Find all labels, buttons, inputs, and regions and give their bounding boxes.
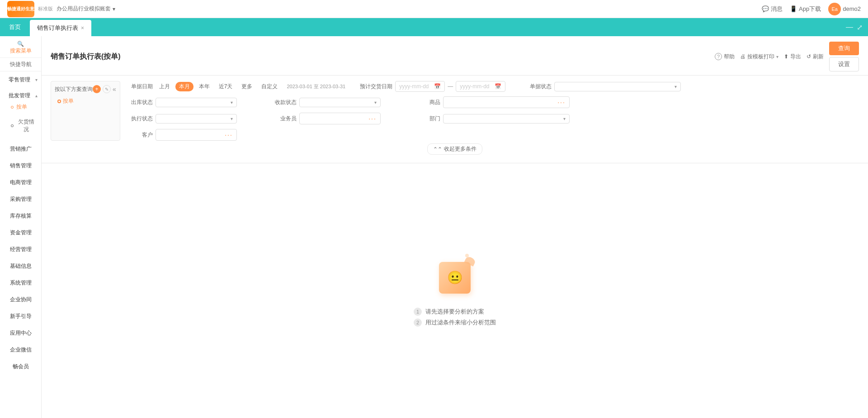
query-button[interactable]: 查询 bbox=[829, 42, 859, 55]
expected-date-label: 预计交货日期 bbox=[360, 83, 392, 90]
expected-date-end-placeholder: yyyy-mm-dd bbox=[460, 83, 489, 90]
sidebar-item-ecommerce-label: 电商管理 bbox=[4, 179, 38, 186]
export-label: 导出 bbox=[790, 53, 801, 61]
template-print-icon: 🖨 bbox=[740, 53, 745, 60]
dept-label: 部门 bbox=[413, 115, 440, 123]
hint-num-1: 1 bbox=[414, 308, 422, 316]
empty-illustration: 😐 bbox=[432, 255, 477, 300]
calendar-start-icon: 📅 bbox=[434, 83, 441, 90]
solution-item-order[interactable]: 按单 bbox=[55, 96, 116, 106]
message-button[interactable]: 💬 消息 bbox=[762, 5, 783, 13]
sidebar-item-ecommerce[interactable]: 电商管理 bbox=[0, 174, 41, 191]
exec-label: 执行状态 bbox=[126, 115, 153, 123]
sidebar-item-inventory[interactable]: 库存核算 bbox=[0, 208, 41, 224]
shipment-label: 出库状态 bbox=[126, 99, 153, 106]
salesman-select[interactable]: ··· bbox=[299, 113, 381, 124]
payment-select[interactable]: ▾ bbox=[299, 98, 381, 107]
solution-item-order-label: 按单 bbox=[63, 97, 74, 105]
add-solution-button[interactable]: + bbox=[93, 85, 101, 93]
sidebar-item-appstore[interactable]: 应用中心 bbox=[0, 325, 41, 342]
help-icon: ? bbox=[715, 53, 722, 60]
dept-field: 部门 ▾ bbox=[413, 114, 570, 124]
dept-select[interactable]: ▾ bbox=[443, 114, 570, 124]
tab-home-label: 首页 bbox=[9, 23, 21, 31]
app-download-button[interactable]: 📱 App下载 bbox=[790, 5, 821, 13]
sidebar-item-marketing[interactable]: 营销推广 bbox=[0, 141, 41, 157]
customer-select[interactable]: ··· bbox=[156, 129, 237, 141]
empty-state: 😐 1 请先选择要分析的方案 2 用过滤条件来缩小分析范围 bbox=[42, 163, 868, 418]
maximize-icon[interactable]: ⤢ bbox=[857, 23, 863, 32]
goods-select[interactable]: ··· bbox=[443, 96, 570, 108]
tab-sales-execute[interactable]: 销售订单执行表 × bbox=[30, 20, 91, 36]
solution-header: 按以下方案查询 + ✎ « bbox=[55, 85, 116, 93]
edit-solution-button[interactable]: ✎ bbox=[103, 85, 111, 93]
expected-date-start-placeholder: yyyy-mm-dd bbox=[399, 83, 429, 90]
filter-row-2: 出库状态 ▾ 收款状态 ▾ bbox=[126, 96, 859, 108]
sidebar-item-system[interactable]: 系统管理 bbox=[0, 275, 41, 291]
shipment-select[interactable]: ▾ bbox=[156, 98, 237, 107]
sidebar-item-enterprise[interactable]: 企业协同 bbox=[0, 291, 41, 308]
sidebar-item-wholesale[interactable]: 批发管理 ▴ 按单 欠货情况 bbox=[0, 88, 41, 141]
expected-date-end-input[interactable]: yyyy-mm-dd 📅 bbox=[456, 81, 505, 92]
date-tab-more[interactable]: 更多 bbox=[238, 82, 256, 91]
logo-text: 畅捷通好生意 bbox=[7, 6, 34, 12]
sidebar-item-basic[interactable]: 基础信息 bbox=[0, 258, 41, 275]
app-label: App下载 bbox=[799, 5, 821, 13]
date-tab-last7[interactable]: 近7天 bbox=[215, 82, 236, 91]
date-tab-cur-year[interactable]: 本年 bbox=[195, 82, 213, 91]
sub-item-order[interactable]: 按单 bbox=[0, 100, 41, 114]
export-button[interactable]: ⬆ 导出 bbox=[784, 53, 801, 61]
hint-text-1: 请先选择要分析的方案 bbox=[425, 308, 484, 316]
status-select-arrow: ▾ bbox=[675, 84, 677, 89]
tab-close-icon[interactable]: × bbox=[81, 25, 84, 31]
exec-select[interactable]: ▾ bbox=[156, 114, 237, 124]
company-name: 办公用品行业模拟账套 bbox=[57, 5, 111, 13]
expected-date-field: 预计交货日期 yyyy-mm-dd 📅 — yyyy-mm-dd 📅 bbox=[360, 81, 505, 92]
sub-item-debt[interactable]: 欠货情况 bbox=[0, 114, 41, 137]
template-print-button[interactable]: 🖨 按模板打印 ▾ bbox=[740, 53, 778, 61]
search-icon: 🔍 bbox=[17, 41, 24, 47]
sidebar-search[interactable]: 🔍 搜索菜单 bbox=[0, 36, 41, 58]
sidebar-item-retail[interactable]: 零售管理 ▾ bbox=[0, 71, 41, 88]
date-range-display: 2023-03-01 至 2023-03-31 bbox=[287, 83, 345, 90]
company-selector[interactable]: 办公用品行业模拟账套 ▾ bbox=[57, 5, 115, 13]
filter-panel: 按以下方案查询 + ✎ « 按单 bbox=[42, 76, 868, 163]
user-menu[interactable]: Ea demo2 bbox=[828, 3, 861, 15]
sidebar-item-corpwechat[interactable]: 企业微信 bbox=[0, 342, 41, 358]
exec-arrow-icon: ▾ bbox=[231, 116, 233, 121]
tab-home[interactable]: 首页 bbox=[0, 18, 30, 36]
query-set-buttons: 查询 设置 bbox=[829, 42, 859, 71]
date-label: 单据日期 bbox=[126, 83, 153, 90]
hint-text-2: 用过滤条件来缩小分析范围 bbox=[425, 318, 496, 327]
sidebar-item-newbie[interactable]: 新手引导 bbox=[0, 308, 41, 325]
help-button[interactable]: ? 帮助 bbox=[715, 53, 735, 61]
solution-panel: 按以下方案查询 + ✎ « 按单 bbox=[51, 81, 120, 141]
set-button[interactable]: 设置 bbox=[829, 57, 859, 71]
status-select[interactable]: ▾ bbox=[554, 82, 681, 91]
sidebar-item-sales[interactable]: 销售管理 bbox=[0, 157, 41, 174]
sidebar-item-newbie-label: 新手引导 bbox=[4, 313, 38, 320]
sidebar-shortcut-label: 快捷导航 bbox=[10, 61, 32, 67]
sidebar-item-finance-label: 资金管理 bbox=[4, 229, 38, 237]
sidebar-item-operation[interactable]: 经营管理 bbox=[0, 241, 41, 258]
minimize-icon[interactable]: — bbox=[846, 23, 853, 31]
date-tab-prev-month[interactable]: 上月 bbox=[156, 82, 174, 91]
sidebar-item-finance[interactable]: 资金管理 bbox=[0, 224, 41, 241]
collapse-solution-icon[interactable]: « bbox=[113, 86, 116, 93]
sidebar-item-member[interactable]: 畅会员 bbox=[0, 358, 41, 375]
date-tab-cur-month[interactable]: 本月 bbox=[175, 82, 193, 91]
header-actions: ? 帮助 🖨 按模板打印 ▾ ⬆ 导出 ↺ 刷新 查询 bbox=[715, 42, 859, 71]
sidebar-item-purchase[interactable]: 采购管理 bbox=[0, 191, 41, 208]
sub-item-debt-dot bbox=[11, 124, 14, 127]
salesman-dots-icon: ··· bbox=[368, 115, 377, 122]
date-field: 单据日期 上月 本月 本年 近7天 更多 自定义 bbox=[126, 82, 282, 91]
expected-date-start-input[interactable]: yyyy-mm-dd 📅 bbox=[395, 81, 445, 92]
sidebar-item-inventory-label: 库存核算 bbox=[4, 212, 38, 220]
filter-main-row: 按以下方案查询 + ✎ « 按单 bbox=[51, 81, 859, 141]
sidebar-item-corpwechat-label: 企业微信 bbox=[4, 346, 38, 354]
collapse-button[interactable]: ⌃⌃ 收起更多条件 bbox=[427, 143, 482, 155]
sidebar-shortcut[interactable]: 快捷导航 bbox=[0, 58, 41, 71]
refresh-button[interactable]: ↺ 刷新 bbox=[807, 53, 824, 61]
date-tab-custom[interactable]: 自定义 bbox=[258, 82, 281, 91]
exec-field: 执行状态 ▾ bbox=[126, 114, 237, 124]
